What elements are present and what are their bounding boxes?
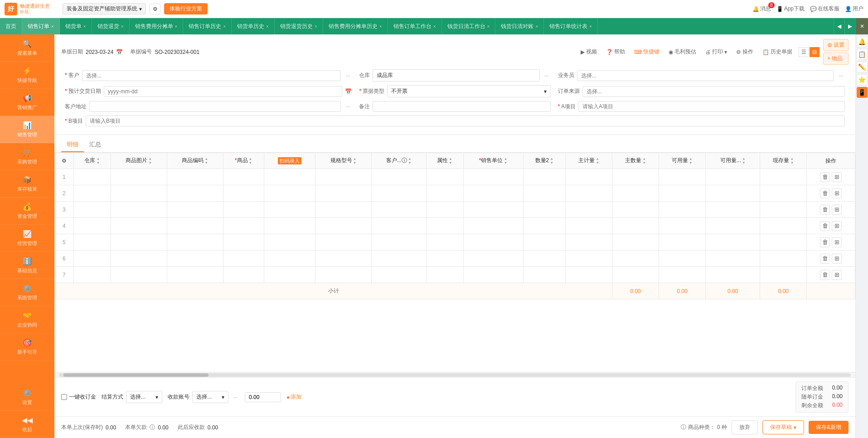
row-copy-button[interactable]: ⊞: [832, 237, 842, 247]
tab-detail[interactable]: 明细: [61, 138, 84, 152]
tab-home[interactable]: 首页: [0, 18, 22, 34]
sidebar-item-collaboration[interactable]: 🤝 企业协同: [0, 306, 54, 333]
staff-more-button[interactable]: ···: [837, 72, 845, 79]
row-copy-button[interactable]: ⊞: [832, 221, 842, 231]
col-scan[interactable]: 扫码录入: [264, 153, 315, 169]
tab-close-icon[interactable]: ×: [266, 24, 269, 29]
tab-sales-order-history[interactable]: 销售订单历史 ×: [183, 18, 232, 34]
nav-close-all-button[interactable]: ✕: [855, 18, 868, 34]
tab-summary[interactable]: 汇总: [84, 138, 107, 152]
one-click-checkbox-input[interactable]: [61, 394, 67, 400]
col-image[interactable]: 商品图片▲▼: [111, 153, 167, 169]
grid-view-button[interactable]: ⊟: [810, 47, 820, 57]
col-stock[interactable]: 现存量▲▼: [760, 153, 807, 169]
tab-sales-expense-history[interactable]: 销售费用分摊单历史 ×: [323, 18, 388, 34]
right-sidebar-btn-3[interactable]: ✏️: [857, 62, 868, 72]
col-main-qty[interactable]: 主数量▲▼: [612, 153, 659, 169]
sidebar-item-purchase[interactable]: 🛒 采购管理: [0, 143, 54, 170]
b-project-input[interactable]: [86, 116, 845, 126]
help-button[interactable]: ❓ 帮助: [603, 47, 628, 57]
calendar-icon[interactable]: 📅: [116, 49, 123, 55]
tab-sales-order[interactable]: 销售订单 ×: [22, 18, 60, 34]
col-customer-code[interactable]: 客户...ⓘ▲▼: [372, 153, 426, 169]
sidebar-item-basic[interactable]: ℹ️ 基础信息: [0, 252, 54, 279]
account-select[interactable]: 选择... ▾: [192, 391, 228, 403]
tab-close-icon[interactable]: ×: [433, 24, 436, 29]
right-sidebar-btn-1[interactable]: 🔔: [857, 36, 868, 47]
col-unit[interactable]: *销售单位▲▼: [463, 153, 523, 169]
system-select[interactable]: 装备及固定资产辅助管理系统 ▾: [63, 3, 146, 14]
tab-sales-list[interactable]: 销货单 ×: [60, 18, 92, 34]
tab-close-icon[interactable]: ×: [223, 24, 226, 29]
sidebar-item-marketing[interactable]: 📢 营销推广: [0, 89, 54, 116]
notification-bell[interactable]: 🔔 消息 8: [752, 5, 771, 13]
online-service-link[interactable]: 💬 在线客服: [810, 5, 839, 13]
order-source-input[interactable]: [582, 86, 845, 97]
address-more-button[interactable]: ···: [344, 103, 352, 110]
tab-close-icon[interactable]: ×: [589, 24, 592, 29]
col-avail2[interactable]: 可用量...▲▼: [705, 153, 760, 169]
tab-cash-reconcile[interactable]: 钱货日清对账 ×: [495, 18, 544, 34]
tab-sales-list-history[interactable]: 销货单历史 ×: [232, 18, 275, 34]
col-code[interactable]: 商品编码▲▼: [167, 153, 223, 169]
tab-sales-expense[interactable]: 销售费用分摊单 ×: [130, 18, 184, 34]
sidebar-item-inventory[interactable]: 📦 库存核算: [0, 170, 54, 197]
sidebar-collapse-button[interactable]: ◀◀ 收起: [0, 411, 54, 438]
row-delete-button[interactable]: 🗑: [820, 172, 830, 182]
address-input[interactable]: [89, 101, 341, 112]
right-sidebar-btn-5[interactable]: 📱: [857, 87, 868, 98]
sidebar-item-sales[interactable]: 📊 销售管理: [0, 116, 54, 143]
delivery-calendar-icon[interactable]: 📅: [345, 88, 352, 95]
col-attrs[interactable]: 属性▲▼: [426, 153, 463, 169]
tab-sales-report[interactable]: 销售订单统计表 ×: [544, 18, 598, 34]
row-copy-button[interactable]: ⊞: [832, 270, 842, 280]
col-warehouse[interactable]: 仓库▲▼: [73, 153, 111, 169]
app-download-link[interactable]: 📱 App下载: [776, 5, 805, 13]
discard-button[interactable]: 放弃: [732, 420, 758, 434]
shortcut-button[interactable]: ⌨ 快捷键: [631, 47, 662, 57]
right-sidebar-btn-4[interactable]: ⭐: [857, 74, 868, 85]
col-avail[interactable]: 可用量▲▼: [659, 153, 706, 169]
user-menu[interactable]: 👤 用户: [845, 5, 863, 13]
industry-button[interactable]: 体验行业方案: [164, 3, 208, 14]
customer-more-button[interactable]: ···: [344, 72, 352, 79]
settings-setup-button[interactable]: ⚙ 设置: [823, 39, 849, 51]
row-delete-button[interactable]: 🗑: [820, 221, 830, 231]
row-copy-button[interactable]: ⊞: [832, 172, 842, 182]
tab-close-icon[interactable]: ×: [83, 24, 86, 29]
customer-input[interactable]: [82, 70, 341, 81]
col-qty2[interactable]: 数量2▲▼: [523, 153, 566, 169]
tab-sales-return-history[interactable]: 销货退货历史 ×: [275, 18, 323, 34]
row-delete-button[interactable]: 🗑: [820, 270, 830, 280]
tab-close-icon[interactable]: ×: [315, 24, 317, 29]
add-item-button[interactable]: + 物品: [823, 53, 849, 65]
row-delete-button[interactable]: 🗑: [820, 254, 830, 264]
save-new-button[interactable]: 保存&新增: [809, 421, 849, 434]
col-main-unit[interactable]: 主计量▲▼: [566, 153, 612, 169]
horizontal-scrollbar[interactable]: [54, 372, 855, 377]
sidebar-item-finance[interactable]: 💰 资金管理: [0, 197, 54, 225]
sidebar-item-search[interactable]: 🔍 搜索菜单: [0, 34, 54, 62]
profit-button[interactable]: ◉ 毛利预估: [666, 47, 699, 57]
video-help-button[interactable]: ▶ 视频: [578, 47, 600, 57]
tab-close-icon[interactable]: ×: [379, 24, 382, 29]
tab-close-icon[interactable]: ×: [535, 24, 538, 29]
nav-next-button[interactable]: ▶: [844, 18, 855, 34]
delivery-input[interactable]: [104, 86, 342, 97]
right-sidebar-btn-2[interactable]: 📋: [857, 49, 868, 60]
tab-close-icon[interactable]: ×: [487, 24, 490, 29]
col-product[interactable]: *商品▲▼: [223, 153, 264, 169]
sidebar-item-system[interactable]: ⚙️ 系统管理: [0, 279, 54, 306]
a-project-input[interactable]: [578, 101, 845, 112]
remark-input[interactable]: [373, 101, 550, 112]
table-container[interactable]: ⚙ 仓库▲▼ 商品图片▲▼ 商品编码▲▼ *商品▲▼ 扫码录入 规格型号▲▼ 客…: [54, 153, 855, 372]
row-delete-button[interactable]: 🗑: [820, 188, 830, 198]
tab-close-icon[interactable]: ×: [121, 24, 124, 29]
amount-input[interactable]: [245, 392, 281, 402]
tab-sales-return[interactable]: 销货退货 ×: [92, 18, 130, 34]
row-copy-button[interactable]: ⊞: [832, 205, 842, 215]
history-button[interactable]: 📋 历史单据: [760, 47, 795, 57]
col-settings[interactable]: ⚙: [55, 153, 74, 169]
row-copy-button[interactable]: ⊞: [832, 188, 842, 198]
invoice-select[interactable]: 不开票 ▾: [387, 85, 550, 97]
